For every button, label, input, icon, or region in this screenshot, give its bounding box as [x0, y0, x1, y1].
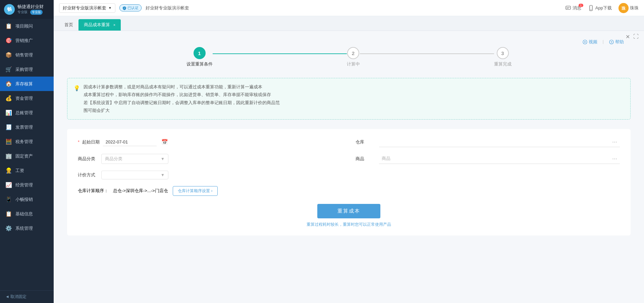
- shield-icon: [122, 6, 126, 10]
- sidebar-item-assets[interactable]: 🏢 固定资产: [0, 149, 54, 163]
- user-avatar: 珠: [619, 3, 629, 13]
- warehouse-select-button[interactable]: ···: [612, 138, 617, 145]
- sidebar-item-basicinfo[interactable]: 📋 基础信息: [0, 207, 54, 221]
- message-badge: 1: [579, 4, 583, 7]
- finance-icon: 💰: [5, 95, 12, 101]
- project-icon: 📋: [5, 23, 12, 29]
- close-window-button[interactable]: ✕: [626, 34, 630, 40]
- step-1: 1 设置重算条件: [186, 47, 213, 67]
- app-name: 畅捷通好业财: [17, 4, 44, 10]
- sidebar-item-finance[interactable]: 💰 资金管理: [0, 91, 54, 105]
- phone-icon: [588, 5, 594, 11]
- sidebar-item-operations[interactable]: 📈 经营管理: [0, 178, 54, 192]
- step-3-circle: 3: [497, 47, 509, 59]
- sidebar-item-sales[interactable]: 📦 销售管理: [0, 48, 54, 62]
- stepper: 1 设置重算条件 2 计算中 3 重算完成: [67, 47, 631, 67]
- sidebar-item-payroll[interactable]: 👷 工资: [0, 163, 54, 178]
- info-line-3: 若【系统设置】中启用了自动调整记账日期时，会调整入库单的整单记账日期，因此重新计…: [84, 99, 280, 106]
- start-date-label: * 起始日期: [78, 139, 100, 145]
- sidebar-item-marketing[interactable]: 🎯 营销推广: [0, 33, 54, 48]
- sidebar-item-system[interactable]: ⚙️ 系统管理: [0, 221, 54, 235]
- account-selector[interactable]: 好业财专业版演示帐套 ▼: [59, 3, 115, 13]
- pricing-chevron-icon: ▼: [161, 173, 165, 177]
- sales-icon: 📦: [5, 52, 12, 58]
- tab-home[interactable]: 首页: [59, 19, 78, 31]
- product-field: 商品 商品 ···: [356, 154, 620, 164]
- sidebar-nav: 📋 项目顾问 🎯 营销推广 📦 销售管理 🛒 采购管理 🏠 库存核算 💰 资金管…: [0, 19, 54, 290]
- warehouse-order-value: 总仓->深圳仓库->...->门店仓: [113, 188, 168, 194]
- recalc-section: 重算成本 重算过程耗时较长，重算时您可以正常使用产品: [78, 204, 620, 227]
- page-actions: 视频 | ? 帮助: [583, 39, 624, 45]
- sidebar-unpin[interactable]: ◄ 取消固定: [0, 290, 54, 303]
- app-download-button[interactable]: App下载: [588, 5, 612, 11]
- step-3-label: 重算完成: [494, 61, 512, 67]
- step-3: 3 重算完成: [494, 47, 512, 67]
- product-category-select[interactable]: 商品分类 ▼: [101, 154, 168, 164]
- sidebar-item-expense[interactable]: 📱 小畅报销: [0, 192, 54, 207]
- sidebar-item-purchase[interactable]: 🛒 采购管理: [0, 62, 54, 77]
- verified-badge: 已认证: [119, 4, 142, 11]
- product-select-button[interactable]: ···: [612, 155, 617, 162]
- marketing-icon: 🎯: [5, 37, 12, 44]
- basicinfo-icon: 📋: [5, 211, 12, 217]
- product-label: 商品: [356, 156, 376, 162]
- purchase-icon: 🛒: [5, 66, 12, 73]
- user-avatar-area[interactable]: 珠 珠珠: [619, 3, 639, 13]
- info-icon: 💡: [73, 84, 80, 115]
- warehouse-label: 仓库: [356, 139, 376, 145]
- form-row-2: 商品分类 商品分类 ▼ 商品 商品 ···: [78, 154, 620, 164]
- warehouse-order-settings-button[interactable]: 仓库计算顺序设置 ›: [173, 186, 218, 196]
- recalc-button[interactable]: 重算成本: [317, 204, 380, 218]
- company-name: 好业财专业版演示帐套: [146, 5, 189, 11]
- sidebar-item-invoice[interactable]: 🧾 发票管理: [0, 120, 54, 134]
- recalc-hint: 重算过程耗时较长，重算时您可以正常使用产品: [307, 222, 391, 227]
- svg-point-2: [591, 9, 591, 10]
- info-line-4: 围可能会扩大: [84, 106, 280, 114]
- inventory-icon: 🏠: [5, 81, 12, 87]
- product-category-field: 商品分类 商品分类 ▼: [78, 154, 342, 164]
- step-2-circle: 2: [347, 47, 359, 59]
- page-content: ✕ ⛶ 视频 | ? 帮助: [54, 31, 644, 303]
- ledger-icon: 📊: [5, 110, 12, 116]
- step-2-label: 计算中: [347, 61, 360, 67]
- svg-text:?: ?: [610, 41, 612, 44]
- sidebar: 畅 畅捷通好业财 专业版 专业版 📋 项目顾问 🎯 营销推广 📦 销售管理 🛒 …: [0, 0, 54, 303]
- tabs-bar: 首页 商品成本重算 ×: [54, 16, 644, 31]
- dropdown-icon: ▼: [108, 6, 112, 10]
- info-line-2: 成本重算过程中，影响库存账的操作均不能操作，比如进货单、销货单、库存单据不能审核…: [84, 91, 280, 98]
- payroll-icon: 👷: [5, 167, 12, 174]
- invoice-icon: 🧾: [5, 124, 12, 130]
- warehouse-order-row: 仓库计算顺序： 总仓->深圳仓库->...->门店仓 仓库计算顺序设置 ›: [78, 186, 620, 196]
- assets-icon: 🏢: [5, 153, 12, 159]
- pricing-method-label: 计价方式: [78, 172, 98, 178]
- calendar-icon[interactable]: 📅: [161, 139, 168, 145]
- pricing-method-select[interactable]: ▼: [101, 171, 168, 179]
- topbar: 好业财专业版演示帐套 ▼ 已认证 好业财专业版演示帐套 消息 1: [54, 0, 644, 16]
- pricing-method-field: 计价方式 ▼: [78, 171, 342, 179]
- warehouse-field: 仓库 ···: [356, 137, 620, 147]
- svg-marker-6: [584, 41, 586, 43]
- start-date-input[interactable]: [103, 138, 157, 146]
- message-button[interactable]: 消息 1: [565, 5, 581, 11]
- play-icon: [583, 40, 587, 44]
- video-link[interactable]: 视频: [583, 39, 597, 45]
- info-line-1: 因成本计算参数调整，或是对商品成本有疑问时，可以通过成本重算功能，重新计算一遍成…: [84, 83, 280, 91]
- product-category-label: 商品分类: [78, 156, 98, 162]
- window-controls: ✕ ⛶: [626, 34, 639, 40]
- step-2: 2 计算中: [347, 47, 360, 67]
- tab-close-button[interactable]: ×: [113, 23, 115, 27]
- svg-text:珠: 珠: [621, 6, 626, 11]
- chevron-right-icon: ›: [211, 188, 213, 193]
- sidebar-item-inventory[interactable]: 🏠 库存核算: [0, 77, 54, 91]
- sidebar-item-project[interactable]: 📋 项目顾问: [0, 19, 54, 33]
- maximize-window-button[interactable]: ⛶: [633, 34, 639, 40]
- svg-rect-0: [566, 6, 571, 9]
- system-icon: ⚙️: [5, 225, 12, 231]
- help-icon: ?: [609, 40, 614, 44]
- help-link[interactable]: ? 帮助: [609, 39, 624, 45]
- sidebar-item-tax[interactable]: 🧮 税务管理: [0, 134, 54, 149]
- sidebar-item-ledger[interactable]: 📊 总账管理: [0, 105, 54, 120]
- form-section: * 起始日期 📅 仓库 ··· 商品分类: [67, 129, 631, 235]
- start-date-field: * 起始日期 📅: [78, 138, 342, 146]
- tab-cost-recalc[interactable]: 商品成本重算 ×: [78, 19, 121, 31]
